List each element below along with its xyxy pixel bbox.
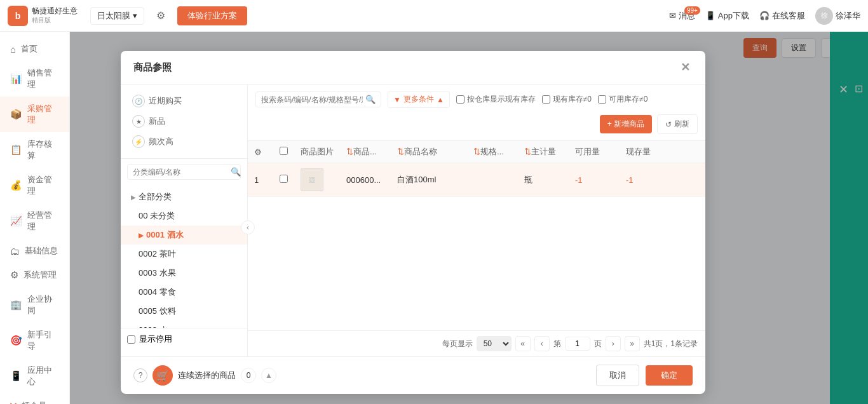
row-checkbox[interactable] <box>273 163 294 197</box>
col-stock: 现存量 <box>620 141 705 163</box>
gear-button[interactable]: ⚙ <box>151 6 171 26</box>
dialog-footer: ? 🛒 连续选择的商品 0 ▲ 取消 确定 <box>121 356 705 394</box>
page-first-btn[interactable]: « <box>515 336 531 351</box>
category-item-uncategorized[interactable]: 00 未分类 <box>121 206 247 226</box>
cart-btn[interactable]: 🛒 <box>153 365 173 386</box>
sidebar-item-label: 销售管理 <box>27 67 59 90</box>
footer-left: ? 🛒 连续选择的商品 0 ▲ <box>133 365 276 386</box>
available-stock-checkbox[interactable] <box>598 95 606 104</box>
col-unit[interactable]: ⇅主计量 <box>518 141 569 163</box>
left-panel-footer: 显示停用 <box>121 328 247 350</box>
inventory-icon: 📋 <box>10 144 22 156</box>
add-product-btn[interactable]: + 新增商品 <box>600 115 652 133</box>
trial-button[interactable]: 体验行业方案 <box>177 6 247 25</box>
category-item-water[interactable]: 0008 水 <box>121 321 247 328</box>
page-prev-btn[interactable]: ‹ <box>534 336 550 351</box>
sidebar-item-guide[interactable]: 🎯 新手引导 <box>0 323 69 358</box>
col-checkbox[interactable] <box>273 141 294 163</box>
right-panel: 🔍 ▼ 更多条件 ▲ 按仓库显示现有库存 <box>248 84 705 356</box>
search-icon[interactable]: 🔍 <box>231 167 241 177</box>
sidebar-item-label: 畅会员 <box>22 400 46 404</box>
sidebar-item-label: 应用中心 <box>27 365 59 387</box>
sidebar-item-management[interactable]: 📈 经营管理 <box>0 203 69 239</box>
app-download-btn[interactable]: 📱 App下载 <box>705 10 749 22</box>
col-spec[interactable]: ⇅规格... <box>467 141 518 163</box>
sidebar-item-label: 采购管理 <box>27 103 59 126</box>
finance-icon: 💰 <box>10 180 22 191</box>
category-label: 0003 水果 <box>139 267 176 279</box>
recent-purchase-item[interactable]: 🕐 近期购买 <box>127 91 241 111</box>
sidebar-item-collab[interactable]: 🏢 企业协同 <box>0 287 69 323</box>
sidebar-item-basic[interactable]: 🗂 基础信息 <box>0 239 69 263</box>
message-icon: ✉ <box>669 11 676 20</box>
product-table: ⚙ 商品图片 ⇅商品... ⇅商品名称 <box>248 141 705 197</box>
guide-icon: 🎯 <box>10 335 22 346</box>
product-table-area: ⚙ 商品图片 ⇅商品... ⇅商品名称 <box>248 141 705 330</box>
sort-icon: ⇅ <box>473 147 480 156</box>
tree-arrow: ▶ <box>139 232 144 239</box>
current-stock-checkbox[interactable] <box>542 95 550 104</box>
sidebar-item-purchase[interactable]: 📦 采购管理 <box>0 97 69 132</box>
category-item-beverage[interactable]: 0005 饮料 <box>121 302 247 321</box>
category-item-snack[interactable]: 0004 零食 <box>121 283 247 302</box>
sidebar-item-inventory[interactable]: 📋 库存核算 <box>0 132 69 168</box>
footer-collapse-btn[interactable]: ▲ <box>261 368 276 383</box>
sidebar-item-finance[interactable]: 💰 资金管理 <box>0 168 69 203</box>
apps-icon: 📱 <box>10 370 22 382</box>
sidebar-item-label: 首页 <box>21 43 37 55</box>
show-disabled-label[interactable]: 显示停用 <box>139 333 172 345</box>
confirm-btn[interactable]: 确定 <box>646 365 693 386</box>
service-btn[interactable]: 🎧 在线客服 <box>759 10 805 22</box>
warehouse-stock-checkbox[interactable] <box>456 95 465 104</box>
category-item-fruit[interactable]: 0003 水果 <box>121 264 247 283</box>
category-search-input[interactable] <box>133 168 228 177</box>
frequent-item[interactable]: ⚡ 频次高 <box>127 131 241 152</box>
dialog-close-button[interactable]: ✕ <box>677 60 693 75</box>
right-toolbar: 🔍 ▼ 更多条件 ▲ 按仓库显示现有库存 <box>248 84 705 141</box>
per-page-select[interactable]: 50 100 200 <box>477 336 512 351</box>
new-product-item[interactable]: ★ 新品 <box>127 111 241 131</box>
message-btn[interactable]: ✉ 消息 99+ <box>669 10 695 22</box>
current-stock-filter[interactable]: 现有库存≠0 <box>542 94 592 105</box>
cancel-btn[interactable]: 取消 <box>596 365 639 386</box>
product-thumbnail: 🖼 <box>301 168 323 191</box>
quick-label: 近期购买 <box>149 95 182 107</box>
category-item-liquor[interactable]: ▶ 0001 酒水 <box>121 226 247 245</box>
logo-sub: 精目版 <box>32 16 78 25</box>
col-name[interactable]: ⇅商品名称 <box>391 141 467 163</box>
sidebar-item-apps[interactable]: 📱 应用中心 <box>0 358 69 394</box>
sidebar-item-member[interactable]: V 畅会员 <box>0 394 69 404</box>
category-label: 0001 酒水 <box>146 229 184 241</box>
selected-count: 0 <box>241 368 256 383</box>
product-search-input[interactable] <box>261 95 363 104</box>
sidebar-item-system[interactable]: ⚙ 系统管理 <box>0 263 69 287</box>
row-available: -1 <box>569 163 620 197</box>
row-num: 1 <box>248 163 273 197</box>
sidebar-item-sales[interactable]: 📊 销售管理 <box>0 61 69 97</box>
store-selector[interactable]: 日太阳膜 ▾ <box>90 7 144 25</box>
panel-collapse-btn[interactable]: ‹ <box>241 220 255 234</box>
col-settings[interactable]: ⚙ <box>248 141 273 163</box>
refresh-btn[interactable]: ↺ 刷新 <box>657 114 698 134</box>
help-btn[interactable]: ? <box>133 368 147 382</box>
more-filter-btn[interactable]: ▼ 更多条件 ▲ <box>388 91 450 108</box>
category-item-all[interactable]: ▶ 全部分类 <box>121 187 247 206</box>
page-number-input[interactable] <box>565 337 590 351</box>
user-menu[interactable]: 徐 徐泽华 <box>815 7 860 25</box>
category-label: 0004 零食 <box>139 286 176 298</box>
category-tree: ▶ 全部分类 00 未分类 ▶ 0001 酒水 0002 茶叶 <box>121 185 247 328</box>
sidebar-item-home[interactable]: ⌂ 首页 <box>0 37 69 61</box>
show-disabled-checkbox[interactable] <box>127 335 135 344</box>
col-code[interactable]: ⇅商品... <box>340 141 391 163</box>
table-header-row: ⚙ 商品图片 ⇅商品... ⇅商品名称 <box>248 141 705 163</box>
page-next-btn[interactable]: › <box>606 336 621 351</box>
table-row[interactable]: 1 🖼 000600... 白酒100ml <box>248 163 705 197</box>
category-item-tea[interactable]: 0002 茶叶 <box>121 245 247 264</box>
row-stock: -1 <box>620 163 705 197</box>
available-stock-filter[interactable]: 可用库存≠0 <box>598 94 648 105</box>
row-select-checkbox[interactable] <box>280 175 288 183</box>
select-all-checkbox[interactable] <box>280 147 288 155</box>
search-icon[interactable]: 🔍 <box>365 95 376 104</box>
warehouse-stock-filter[interactable]: 按仓库显示现有库存 <box>456 94 536 105</box>
page-last-btn[interactable]: » <box>625 336 640 351</box>
